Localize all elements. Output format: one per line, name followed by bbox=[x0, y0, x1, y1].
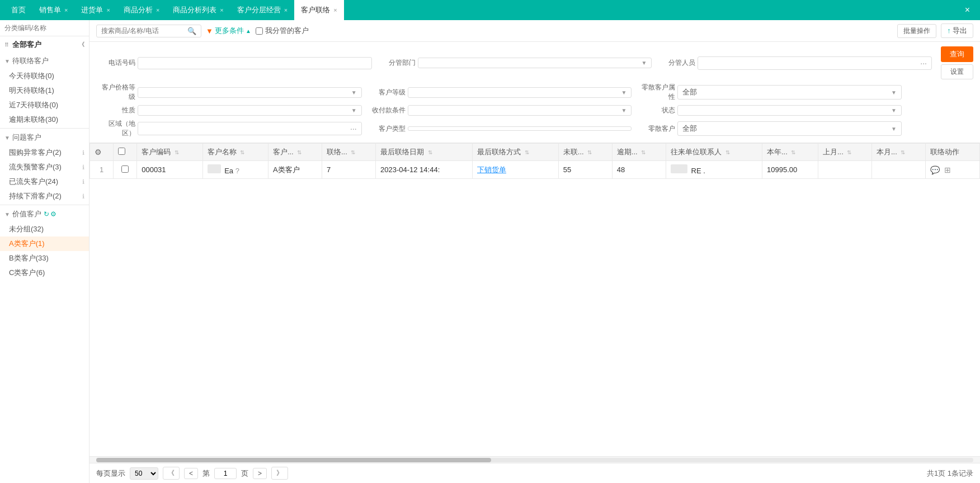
sidebar-item-overdue[interactable]: 逾期未联络(30) bbox=[0, 112, 89, 127]
close-sales-icon[interactable]: × bbox=[64, 7, 68, 13]
payment-select[interactable]: ▼ bbox=[408, 105, 632, 116]
col-uncontact[interactable]: 未联... ⇅ bbox=[558, 144, 612, 161]
per-page-select[interactable]: 50 100 bbox=[130, 467, 158, 480]
person-avatar bbox=[671, 164, 687, 173]
last-page-btn[interactable]: 》 bbox=[271, 467, 288, 480]
info-icon-declining[interactable]: ℹ bbox=[82, 193, 84, 200]
last-method-link[interactable]: 下销货单 bbox=[477, 165, 506, 174]
sidebar-item-churned[interactable]: 已流失客户(24) ℹ bbox=[0, 174, 89, 189]
row-last-month-cell bbox=[818, 161, 871, 179]
row-last-method-cell[interactable]: 下销货单 bbox=[472, 161, 558, 179]
grid-action-icon[interactable]: ⊞ bbox=[944, 165, 951, 174]
col-this-year[interactable]: 本年... ⇅ bbox=[762, 144, 818, 161]
query-btn[interactable]: 查询 bbox=[941, 46, 973, 62]
retail-label: 零散客户 bbox=[636, 124, 675, 134]
nav-product-analysis-list[interactable]: 商品分析列表 × bbox=[166, 0, 230, 20]
price-level-select[interactable]: ▼ bbox=[138, 87, 362, 98]
close-customer-contact-icon[interactable]: × bbox=[333, 7, 337, 13]
sidebar-collapse-icon[interactable]: 《 bbox=[79, 41, 84, 49]
nav-home[interactable]: 首页 bbox=[4, 0, 32, 20]
sidebar-item-c-class[interactable]: C类客户(6) bbox=[0, 266, 89, 280]
col-code[interactable]: 客户编码 ⇅ bbox=[137, 144, 202, 161]
nav-customer-contact-label: 客户联络 bbox=[301, 5, 330, 15]
col-contact[interactable]: 联络... ⇅ bbox=[322, 144, 375, 161]
sidebar-item-a-class[interactable]: A类客户(1) bbox=[0, 236, 89, 251]
phone-input[interactable] bbox=[138, 57, 372, 69]
close-product-analysis-icon[interactable]: × bbox=[156, 7, 159, 13]
page-number-input[interactable] bbox=[214, 468, 237, 479]
my-customers-checkbox[interactable] bbox=[256, 27, 263, 35]
close-purchase-icon[interactable]: × bbox=[106, 7, 110, 13]
nature-select[interactable]: ▼ bbox=[138, 105, 362, 116]
sidebar-search-area: 🔍 bbox=[0, 20, 89, 36]
refresh-icon[interactable]: ↻ bbox=[44, 210, 49, 218]
info-icon-hoard[interactable]: ℹ bbox=[82, 149, 84, 157]
nav-purchase-label: 进货单 bbox=[81, 5, 103, 15]
value-customers-group[interactable]: ▼ 价值客户 ↻ ⚙ bbox=[0, 206, 89, 222]
sidebar-item-tomorrow[interactable]: 明天待联络(1) bbox=[0, 83, 89, 98]
sidebar-item-hoard[interactable]: 囤购异常客户(2) ℹ bbox=[0, 145, 89, 160]
sidebar-item-today[interactable]: 今天待联络(0) bbox=[0, 69, 89, 83]
settings-btn[interactable]: 设置 bbox=[941, 64, 973, 79]
retail-attr-select[interactable]: 全部 ▼ bbox=[677, 85, 902, 100]
filter-search-input[interactable] bbox=[101, 27, 185, 35]
col-last-method[interactable]: 最后联络方式 ⇅ bbox=[472, 144, 558, 161]
col-gear[interactable]: ⚙ bbox=[90, 144, 114, 161]
dept-select[interactable]: ▼ bbox=[418, 58, 652, 68]
table-gear-icon[interactable]: ⚙ bbox=[95, 148, 102, 157]
sidebar-item-declining[interactable]: 持续下滑客户(2) ℹ bbox=[0, 189, 89, 203]
region-dots-icon[interactable]: ··· bbox=[350, 124, 357, 133]
col-person[interactable]: 往来单位联系人 ⇅ bbox=[666, 144, 762, 161]
sidebar-item-7days[interactable]: 近7天待联络(0) bbox=[0, 98, 89, 112]
batch-operation-btn[interactable]: 批量操作 bbox=[897, 24, 936, 38]
sidebar-item-unclassified[interactable]: 未分组(32) bbox=[0, 222, 89, 236]
all-customers-header[interactable]: ⠿ 全部客户 《 bbox=[0, 36, 89, 53]
select-all-checkbox[interactable] bbox=[118, 148, 125, 155]
manager-dots-icon[interactable]: ··· bbox=[920, 59, 927, 68]
message-action-icon[interactable]: 💬 bbox=[930, 165, 940, 174]
retail-select[interactable]: 全部 ▼ bbox=[677, 121, 902, 136]
nav-customer-segment[interactable]: 客户分层经营 × bbox=[230, 0, 294, 20]
customer-level-arrow-icon: ▼ bbox=[621, 89, 626, 96]
first-page-btn[interactable]: 《 bbox=[163, 467, 180, 480]
close-window-icon[interactable]: × bbox=[959, 5, 976, 15]
filter-cell-retail-attr: 零散客户属性 全部 ▼ bbox=[636, 83, 902, 102]
row-check-cell[interactable] bbox=[114, 161, 137, 179]
info-icon-churn[interactable]: ℹ bbox=[82, 164, 84, 171]
nav-product-analysis[interactable]: 商品分析 × bbox=[117, 0, 166, 20]
nav-customer-contact[interactable]: 客户联络 × bbox=[294, 0, 343, 20]
settings-small-icon[interactable]: ⚙ bbox=[50, 210, 56, 218]
more-filters-btn[interactable]: ▼ 更多条件 ▲ bbox=[206, 26, 251, 36]
horizontal-scrollbar[interactable] bbox=[89, 456, 980, 463]
col-name[interactable]: 客户名称 ⇅ bbox=[202, 144, 268, 161]
scrollbar-thumb[interactable] bbox=[96, 458, 491, 462]
filter-row-3: 性质 ▼ 收付款条件 ▼ 状态 bbox=[96, 105, 973, 116]
col-last-date[interactable]: 最后联络日期 ⇅ bbox=[376, 144, 473, 161]
col-last-month[interactable]: 上月... ⇅ bbox=[818, 144, 871, 161]
sidebar-item-b-class[interactable]: B类客户(33) bbox=[0, 251, 89, 266]
close-product-analysis-list-icon[interactable]: × bbox=[220, 7, 223, 13]
close-customer-segment-icon[interactable]: × bbox=[284, 7, 288, 13]
filter-search-icon[interactable]: 🔍 bbox=[187, 27, 196, 35]
next-page-btn[interactable]: > bbox=[253, 468, 267, 479]
col-level[interactable]: 客户... ⇅ bbox=[268, 144, 322, 161]
col-overdue[interactable]: 逾期... ⇅ bbox=[612, 144, 666, 161]
pending-contact-group[interactable]: ▼ 待联络客户 bbox=[0, 53, 89, 69]
region-select[interactable]: ··· bbox=[138, 122, 362, 135]
nav-sales[interactable]: 销售单 × bbox=[32, 0, 74, 20]
export-btn[interactable]: ↑ 导出 bbox=[941, 23, 973, 38]
nav-purchase[interactable]: 进货单 × bbox=[74, 0, 116, 20]
col-this-month[interactable]: 本月... ⇅ bbox=[872, 144, 926, 161]
manager-select[interactable]: ··· bbox=[698, 56, 932, 70]
sidebar-item-churn-warning[interactable]: 流失预警客户(3) ℹ bbox=[0, 160, 89, 174]
customer-type-select[interactable] bbox=[408, 126, 632, 131]
col-check[interactable] bbox=[114, 144, 137, 161]
status-arrow-icon: ▼ bbox=[891, 107, 897, 113]
row-checkbox[interactable] bbox=[121, 165, 129, 173]
sidebar-search-input[interactable] bbox=[4, 24, 88, 32]
prev-page-btn[interactable]: < bbox=[184, 468, 198, 479]
status-select[interactable]: ▼ bbox=[677, 105, 902, 116]
info-icon-churned[interactable]: ℹ bbox=[82, 178, 84, 186]
customer-level-select[interactable]: ▼ bbox=[408, 87, 632, 98]
problem-customers-group[interactable]: ▼ 问题客户 bbox=[0, 130, 89, 145]
